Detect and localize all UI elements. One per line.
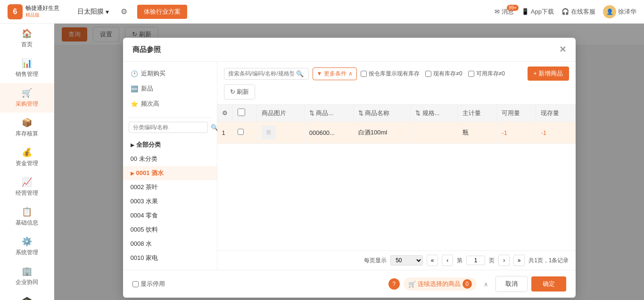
cat-item-unclassified[interactable]: 00 未分类 — [123, 152, 217, 166]
nav-store-dropdown[interactable]: 日太阳膜 ▾ — [74, 6, 113, 18]
sidebar: 🏠 首页 📊 销售管理 🛒 采购管理 📦 库存核算 💰 资金管理 📈 经营管理 … — [0, 24, 54, 300]
modal-overlay: 商品参照 ✕ 🕐 近期购买 🆕 — [54, 24, 644, 300]
th-name[interactable]: ⇅ 商品名称 — [353, 105, 410, 122]
filter-label: 更多条件 — [324, 70, 347, 78]
page-number-input[interactable] — [466, 256, 485, 265]
product-table-wrap: ⚙ 商品图片 ⇅ 商品... ⇅ 商品名称 ⇅ 规格... 主计量 可用量 现 — [217, 105, 576, 250]
sidebar-item-sales[interactable]: 📊 销售管理 — [0, 53, 54, 83]
user-nav-item[interactable]: 👤 徐泽华 — [603, 5, 636, 18]
th-settings[interactable]: ⚙ — [217, 105, 233, 122]
category-search-input[interactable] — [129, 122, 208, 133]
last-page-button[interactable]: » — [513, 255, 525, 266]
online-service-nav-item[interactable]: 🎧 在线客服 — [561, 8, 595, 16]
modal-close-button[interactable]: ✕ — [559, 44, 566, 55]
more-filters-button[interactable]: ▼ 更多条件 ∧ — [313, 67, 357, 80]
th-code[interactable]: ⇅ 商品... — [304, 105, 353, 122]
sidebar-item-basic-info[interactable]: 📋 基础信息 — [0, 202, 54, 232]
table-header-row: ⚙ 商品图片 ⇅ 商品... ⇅ 商品名称 ⇅ 规格... 主计量 可用量 现 — [217, 105, 576, 122]
inventory-icon: 📦 — [22, 117, 32, 128]
basic-info-icon: 📋 — [22, 207, 32, 217]
frequent-label: 频次高 — [141, 100, 159, 108]
next-page-button[interactable]: › — [498, 255, 510, 266]
add-product-button[interactable]: + 新增商品 — [528, 67, 569, 81]
help-button[interactable]: ? — [388, 278, 400, 290]
page-unit-label: 页 — [489, 257, 495, 265]
sidebar-item-finance[interactable]: 💰 资金管理 — [0, 142, 54, 172]
checkbox-stock-nonzero-text: 现有库存≠0 — [433, 70, 462, 78]
collapse-cart-button[interactable]: ∧ — [480, 278, 492, 290]
sidebar-item-enterprise[interactable]: 🏢 企业协同 — [0, 261, 54, 291]
refresh-button[interactable]: ↻ 刷新 — [224, 84, 256, 100]
cat-item-all[interactable]: ▶ 全部分类 — [123, 138, 217, 152]
show-disabled-label[interactable]: 显示停用 — [132, 280, 165, 288]
product-search-wrap: 🔍 — [224, 68, 309, 80]
logo-title: 畅捷通好生意 — [25, 5, 59, 12]
first-page-button[interactable]: « — [427, 255, 438, 266]
cat-label-all: 全部分类 — [136, 141, 161, 149]
cancel-button[interactable]: 取消 — [495, 276, 528, 292]
sidebar-item-home[interactable]: 🏠 首页 — [0, 24, 54, 53]
category-search-row: 🔍 — [123, 120, 217, 135]
confirm-button[interactable]: 确定 — [531, 276, 566, 292]
product-search-input[interactable] — [228, 70, 294, 77]
select-all-checkbox[interactable] — [238, 108, 245, 116]
checkbox-usable-nonzero-label[interactable]: 可用库存≠0 — [468, 70, 505, 78]
sidebar-label-finance: 资金管理 — [16, 159, 38, 167]
top-nav: 6 畅捷通好生意 精品版 日太阳膜 ▾ ⚙ 体验行业方案 ✉ 消息 99+ 📱 … — [0, 0, 644, 24]
cat-item-water[interactable]: 0008 水 — [123, 237, 217, 251]
table-row[interactable]: 1 图 000600... 白酒100ml 瓶 -1 -1 — [217, 122, 576, 144]
footer-right: ? 🛒 连续选择的商品 0 ∧ 取消 确定 — [388, 276, 566, 292]
cell-name: 白酒100ml — [353, 122, 410, 144]
checkbox-usable-nonzero[interactable] — [468, 71, 474, 77]
purchase-icon: 🛒 — [22, 88, 32, 98]
show-disabled-checkbox[interactable] — [132, 281, 139, 287]
checkbox-by-warehouse-label[interactable]: 按仓库显示现有库存 — [361, 70, 420, 78]
triangle-all-icon: ▶ — [131, 142, 134, 148]
checkbox-group: 按仓库显示现有库存 现有库存≠0 可用库存≠0 — [361, 70, 505, 78]
sidebar-label-sales: 销售管理 — [16, 70, 38, 78]
prev-page-button[interactable]: ‹ — [442, 255, 453, 266]
checkbox-stock-nonzero-label[interactable]: 现有库存≠0 — [425, 70, 462, 78]
cell-num: 1 — [217, 122, 233, 144]
cell-checkbox[interactable] — [232, 122, 256, 144]
app-download-nav-item[interactable]: 📱 App下载 — [521, 8, 554, 16]
modal-body: 🕐 近期购买 🆕 新品 ⭐ 频次高 — [123, 62, 576, 270]
cat-item-tea[interactable]: 0002 茶叶 — [123, 180, 217, 194]
cat-item-fruit[interactable]: 0003 水果 — [123, 194, 217, 208]
cat-item-snack[interactable]: 0004 零食 — [123, 208, 217, 223]
per-page-select[interactable]: 50 10 20 100 — [390, 255, 423, 266]
cat-item-appliance[interactable]: 0010 家电 — [123, 251, 217, 265]
frequent-item[interactable]: ⭐ 频次高 — [127, 97, 213, 111]
cat-label-water: 0008 水 — [131, 240, 152, 248]
sidebar-label-home: 首页 — [21, 41, 33, 49]
recent-purchase-item[interactable]: 🕐 近期购买 — [127, 67, 213, 81]
cell-stock: -1 — [536, 122, 575, 144]
new-product-item[interactable]: 🆕 新品 — [127, 82, 213, 96]
checkbox-by-warehouse-text: 按仓库显示现有库存 — [369, 70, 420, 78]
messages-nav-item[interactable]: ✉ 消息 99+ — [495, 8, 514, 16]
left-panel-divider — [127, 117, 213, 118]
th-spec[interactable]: ⇅ 规格... — [411, 105, 458, 122]
cat-label-appliance: 0010 家电 — [131, 254, 158, 262]
operations-icon: 📈 — [22, 177, 32, 187]
sidebar-item-system[interactable]: ⚙️ 系统管理 — [0, 232, 54, 261]
cat-item-beverage[interactable]: 0005 饮料 — [123, 223, 217, 237]
sidebar-item-inventory[interactable]: 📦 库存核算 — [0, 113, 54, 142]
message-icon: ✉ — [495, 8, 500, 15]
sidebar-label-system: 系统管理 — [16, 249, 38, 257]
sidebar-item-operations[interactable]: 📈 经营管理 — [0, 172, 54, 202]
settings-icon[interactable]: ⚙ — [116, 4, 132, 19]
cat-item-liquor[interactable]: ▶ 0001 酒水 — [123, 166, 217, 180]
left-panel: 🕐 近期购买 🆕 新品 ⭐ 频次高 — [123, 62, 217, 270]
recent-purchase-label: 近期购买 — [141, 69, 165, 78]
sidebar-item-guide[interactable]: 🎓 新手引导 — [0, 291, 54, 300]
mobile-icon: 📱 — [521, 8, 529, 15]
chevron-down-icon: ▾ — [106, 8, 109, 16]
cell-spec — [411, 122, 458, 144]
sidebar-item-purchase[interactable]: 🛒 采购管理 — [0, 83, 54, 113]
cart-area[interactable]: 🛒 连续选择的商品 0 — [404, 277, 477, 291]
checkbox-stock-nonzero[interactable] — [425, 71, 431, 77]
trial-button[interactable]: 体验行业方案 — [137, 5, 187, 19]
modal-title: 商品参照 — [132, 45, 161, 54]
checkbox-by-warehouse[interactable] — [361, 71, 367, 77]
